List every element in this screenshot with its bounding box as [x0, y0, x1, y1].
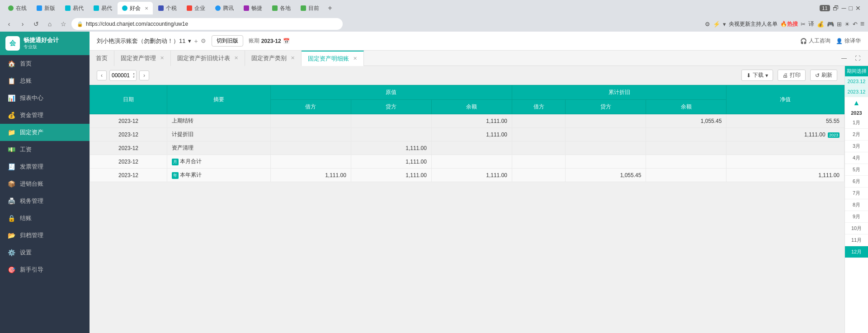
download-dropdown-icon[interactable]: ▾ — [765, 72, 768, 79]
address-bar[interactable]: 🔒 https://cloud.chanjet.com/accounting/u… — [71, 18, 343, 30]
period-date-start[interactable]: 2023.12 — [845, 76, 868, 87]
sidebar-item-settings[interactable]: ⚙️ 设置 — [0, 244, 90, 261]
browser-tab-online[interactable]: 在线 — [4, 2, 31, 14]
gamepad-icon[interactable]: 🎮 — [827, 21, 834, 28]
maximize-btn[interactable]: □ — [849, 5, 853, 12]
period-month-11[interactable]: 11月 — [845, 235, 868, 246]
browser-tab-haohui[interactable]: 好会 ✕ — [118, 2, 153, 14]
tab-fixed-assets-mgmt[interactable]: 固定资产管理 ✕ — [114, 51, 171, 66]
print-button[interactable]: 🖨 打印 — [778, 70, 806, 81]
cell-orig-credit — [351, 114, 431, 128]
tab-asset-detail-ledger[interactable]: 固定资产明细账 ✕ — [302, 51, 364, 66]
sidebar-item-archive[interactable]: 📂 归档管理 — [0, 227, 90, 244]
sidebar-item-home[interactable]: 🏠 首页 — [0, 55, 90, 72]
translate-icon[interactable]: 译 — [808, 20, 814, 28]
browser-tab-new[interactable]: 新版 — [32, 2, 60, 14]
grid-icon[interactable]: ⊞ — [837, 21, 842, 28]
forward-button[interactable]: › — [17, 19, 28, 29]
cell-accum-credit — [566, 141, 646, 155]
period-month-3[interactable]: 3月 — [845, 141, 868, 152]
period-month-2[interactable]: 2月 — [845, 129, 868, 141]
tab-minimize-icon[interactable]: — — [839, 53, 849, 63]
add-account-btn[interactable]: + — [194, 38, 198, 45]
brightness-icon[interactable]: ☀ — [844, 21, 850, 28]
sidebar-item-ledger[interactable]: 📋 总账 — [0, 72, 90, 89]
period-month-12[interactable]: 12月 — [845, 246, 868, 258]
sidebar-item-funds[interactable]: 💰 资金管理 — [0, 107, 90, 124]
tab-expand-icon[interactable]: ⛶ — [853, 53, 863, 63]
new-tab-button[interactable]: + — [325, 3, 335, 14]
home-button[interactable]: ⌂ — [44, 19, 55, 29]
sidebar-item-guide[interactable]: 🎯 新手引导 — [0, 261, 90, 278]
tab-home[interactable]: 首页 — [90, 51, 114, 66]
dropdown-arrow[interactable]: ▾ — [188, 38, 191, 44]
period-month-4[interactable]: 4月 — [845, 152, 868, 164]
back-button[interactable]: ‹ — [4, 19, 14, 29]
tab-depreciation-stats[interactable]: 固定资产折旧统计表 ✕ — [171, 51, 245, 66]
download-button[interactable]: ⬇ 下载 ▾ — [741, 70, 773, 81]
sidebar-item-fixed-assets[interactable]: 📁 固定资产 — [0, 124, 90, 141]
menu-icon[interactable]: ≡ — [860, 20, 864, 28]
tab-close-fixed-assets-mgmt[interactable]: ✕ — [160, 55, 164, 61]
sidebar-item-payroll[interactable]: 💵 工资 — [0, 141, 90, 158]
period-scroll-up[interactable]: ▲ — [853, 97, 860, 109]
browser-tab-tengxun[interactable]: 腾讯 — [211, 2, 238, 14]
tab-close-asset-detail-ledger[interactable]: ✕ — [353, 56, 357, 61]
reload-button[interactable]: ↺ — [31, 19, 42, 29]
browser-tab-gedi[interactable]: 各地 — [268, 2, 295, 14]
user-profile-btn[interactable]: 👤 徐译华 — [836, 37, 861, 45]
th-original-value: 原值 — [270, 85, 512, 100]
switch-version-button[interactable]: 切到旧版 — [212, 35, 243, 47]
browser-tab-geshui[interactable]: 个税 — [154, 2, 181, 14]
customer-service-btn[interactable]: 🎧 人工咨询 — [800, 37, 830, 45]
history-icon[interactable]: ↶ — [853, 21, 858, 28]
browser-tab-qiye[interactable]: 企业 — [182, 2, 210, 14]
refresh-button[interactable]: ↺ 刷新 — [810, 70, 837, 81]
tab-asset-category[interactable]: 固定资产类别 ✕ — [245, 51, 302, 66]
browser-tab-yidai2[interactable]: 易代 — [89, 2, 117, 14]
restore-btn[interactable]: 🗗 — [833, 5, 839, 12]
browser-tab-close[interactable]: ✕ — [145, 6, 148, 11]
cell-net-value: 1,111.00 2023 — [726, 128, 844, 141]
period-month-7[interactable]: 7月 — [845, 188, 868, 199]
hot-search-label[interactable]: 🔥热搜 — [780, 20, 798, 28]
scissors-icon: ✂ — [801, 21, 806, 28]
sidebar-item-sales[interactable]: 📦 进销台账 — [0, 175, 90, 192]
th-accum-debit: 借方 — [512, 100, 565, 114]
sidebar-item-close[interactable]: 🔒 结账 — [0, 210, 90, 227]
browser-tab-yidai1[interactable]: 易代 — [61, 2, 88, 14]
payroll-icon: 💵 — [7, 145, 15, 154]
wallet-icon[interactable]: 💰 — [817, 21, 824, 28]
sidebar-item-tax[interactable]: 🖨️ 税务管理 — [0, 192, 90, 210]
period-month-9[interactable]: 9月 — [845, 211, 868, 223]
calendar-icon[interactable]: 📅 — [283, 38, 290, 44]
sales-icon: 📦 — [7, 180, 15, 188]
next-page-button[interactable]: › — [139, 70, 149, 80]
close-window-btn[interactable]: ✕ — [855, 5, 861, 12]
sidebar-item-invoice[interactable]: 🧾 发票管理 — [0, 158, 90, 175]
funds-icon: 💰 — [7, 111, 15, 119]
table-row: 2023-12 上期结转 1,111.00 1,055.45 55.55 — [90, 114, 844, 128]
period-month-1[interactable]: 1月 — [845, 117, 868, 129]
page-number-input[interactable] — [109, 70, 137, 81]
user-icon: 👤 — [836, 38, 843, 44]
cell-orig-debit — [270, 128, 351, 141]
browser-tab-muqian[interactable]: 目前 — [296, 2, 324, 14]
period-month-8[interactable]: 8月 — [845, 199, 868, 211]
settings-account-btn[interactable]: ⚙ — [201, 38, 206, 44]
cell-summary: 年本年累计 — [167, 169, 271, 182]
logo-sub: 专业版 — [24, 44, 59, 50]
tab-close-depreciation-stats[interactable]: ✕ — [234, 55, 238, 61]
sidebar-item-reports[interactable]: 📊 报表中心 — [0, 89, 90, 107]
period-month-5[interactable]: 5月 — [845, 164, 868, 176]
period-date-end[interactable]: 2023.12 — [845, 87, 868, 97]
prev-page-button[interactable]: ‹ — [97, 70, 107, 80]
period-month-10[interactable]: 10月 — [845, 223, 868, 235]
cell-accum-balance — [646, 169, 726, 182]
browser-tab-changjie[interactable]: 畅捷 — [239, 2, 267, 14]
minimize-btn[interactable]: ─ — [842, 5, 846, 12]
tab-close-asset-category[interactable]: ✕ — [291, 55, 295, 61]
bookmark-button[interactable]: ☆ — [58, 19, 69, 29]
period-month-6[interactable]: 6月 — [845, 176, 868, 188]
dropdown-icon[interactable]: ▾ — [723, 21, 726, 28]
